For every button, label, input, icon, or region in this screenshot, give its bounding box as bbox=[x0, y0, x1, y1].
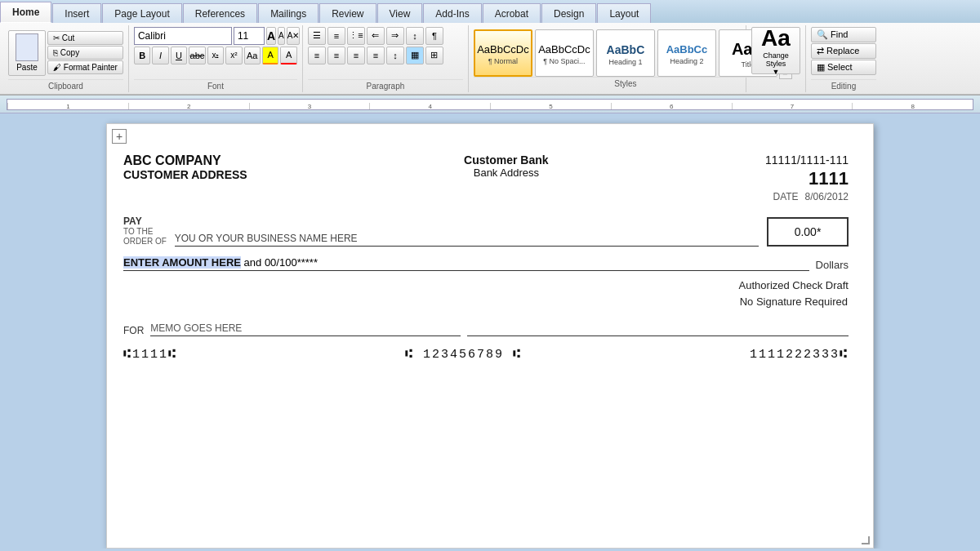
tab-review[interactable]: Review bbox=[319, 3, 376, 23]
style-heading2-preview: AaBbCc bbox=[665, 40, 710, 56]
amount-written: ENTER AMOUNT HERE and 00/100***** bbox=[123, 256, 809, 271]
document-area: + ABC COMPANY CUSTOMER ADDRESS Customer … bbox=[0, 113, 980, 549]
tab-references[interactable]: References bbox=[183, 3, 257, 23]
multilevel-button[interactable]: ⋮≡ bbox=[347, 27, 365, 45]
company-name: ABC COMPANY bbox=[123, 153, 247, 168]
para-row2: ≡ ≡ ≡ ≡ ↕ ▦ ⊞ bbox=[308, 47, 463, 64]
grow-font-button[interactable]: A bbox=[266, 27, 276, 45]
payee-line: YOU OR YOUR BUSINESS NAME HERE bbox=[175, 233, 759, 247]
tab-insert[interactable]: Insert bbox=[52, 3, 101, 23]
styles-row: AaBbCcDc ¶ Normal AaBbCcDc ¶ No Spaci...… bbox=[474, 29, 777, 77]
change-styles-icon: Aa bbox=[761, 25, 791, 51]
amount-highlight: ENTER AMOUNT HERE bbox=[123, 256, 241, 269]
change-styles-button[interactable]: Aa ChangeStyles ▼ bbox=[751, 27, 800, 74]
change-case-button[interactable]: Aa bbox=[244, 47, 261, 64]
tab-add-ins[interactable]: Add-Ins bbox=[423, 3, 481, 23]
align-left-button[interactable]: ≡ bbox=[308, 47, 326, 64]
tab-page-layout[interactable]: Page Layout bbox=[102, 3, 181, 23]
cut-button[interactable]: ✂ Cut bbox=[47, 31, 123, 45]
clipboard-small-buttons: ✂ Cut ⎘ Copy 🖌 Format Painter bbox=[47, 31, 123, 74]
clipboard-controls: Paste ✂ Cut ⎘ Copy 🖌 Format Painter bbox=[8, 27, 123, 79]
company-info: ABC COMPANY CUSTOMER ADDRESS bbox=[123, 153, 247, 181]
tab-layout[interactable]: Layout bbox=[597, 3, 651, 23]
ruler-mark: 3 bbox=[249, 103, 370, 109]
clear-format-button[interactable]: A✕ bbox=[287, 27, 301, 45]
paste-button[interactable]: Paste bbox=[8, 30, 46, 76]
shrink-font-button[interactable]: A bbox=[278, 27, 285, 45]
memo-line: MEMO GOES HERE bbox=[150, 322, 461, 336]
ruler-bar: 1 2 3 4 5 6 7 8 bbox=[7, 99, 973, 110]
ruler-mark: 8 bbox=[852, 103, 973, 109]
bullets-button[interactable]: ☰ bbox=[308, 27, 326, 45]
format-painter-button[interactable]: 🖌 Format Painter bbox=[47, 60, 123, 74]
amount-box: 0.00* bbox=[767, 217, 849, 247]
date-value: 8/06/2012 bbox=[805, 191, 849, 202]
editing-controls: 🔍 Find ⇄ Replace ▦ Select bbox=[811, 27, 876, 75]
tab-home[interactable]: Home bbox=[0, 2, 51, 23]
tab-view[interactable]: View bbox=[377, 3, 423, 23]
font-color-button[interactable]: A bbox=[280, 47, 296, 64]
show-formatting-button[interactable]: ¶ bbox=[425, 27, 443, 45]
style-nospacing-button[interactable]: AaBbCcDc ¶ No Spaci... bbox=[535, 29, 594, 77]
dollars-label: Dollars bbox=[816, 259, 849, 271]
justify-button[interactable]: ≡ bbox=[367, 47, 385, 64]
tab-mailings[interactable]: Mailings bbox=[258, 3, 318, 23]
style-normal-preview: AaBbCcDc bbox=[475, 40, 531, 56]
check-header: ABC COMPANY CUSTOMER ADDRESS Customer Ba… bbox=[123, 153, 849, 202]
font-controls: A A A✕ B I U abc x₂ x² Aa A A bbox=[134, 27, 297, 64]
subscript-button[interactable]: x₂ bbox=[207, 47, 224, 64]
ruler-mark: 6 bbox=[611, 103, 732, 109]
borders-button[interactable]: ⊞ bbox=[425, 47, 443, 64]
copy-button[interactable]: ⎘ Copy bbox=[47, 46, 123, 60]
italic-button[interactable]: I bbox=[152, 47, 168, 64]
underline-button[interactable]: U bbox=[171, 47, 187, 64]
style-heading1-button[interactable]: AaBbC Heading 1 bbox=[596, 29, 655, 77]
align-right-button[interactable]: ≡ bbox=[347, 47, 365, 64]
editing-label: Editing bbox=[811, 79, 876, 91]
tab-design[interactable]: Design bbox=[541, 3, 596, 23]
order-of-text: TO THEORDER OF bbox=[123, 227, 167, 247]
highlight-button[interactable]: A bbox=[262, 47, 278, 64]
paste-label: Paste bbox=[16, 63, 38, 72]
paragraph-label: Paragraph bbox=[308, 79, 463, 91]
find-button[interactable]: 🔍 Find bbox=[811, 27, 876, 42]
doc-handle[interactable]: + bbox=[112, 129, 127, 144]
shading-button[interactable]: ▦ bbox=[406, 47, 424, 64]
increase-indent-button[interactable]: ⇒ bbox=[386, 27, 404, 45]
authorized-line1: Authorized Check Draft bbox=[739, 278, 849, 294]
font-label: Font bbox=[134, 79, 297, 91]
decrease-indent-button[interactable]: ⇐ bbox=[367, 27, 385, 45]
font-size-input[interactable] bbox=[234, 27, 265, 45]
font-section: A A A✕ B I U abc x₂ x² Aa A A Font bbox=[129, 25, 303, 92]
ribbon: Home Insert Page Layout References Maili… bbox=[0, 0, 980, 96]
style-heading2-button[interactable]: AaBbCc Heading 2 bbox=[657, 29, 716, 77]
superscript-button[interactable]: x² bbox=[225, 47, 242, 64]
ruler-mark: 2 bbox=[128, 103, 249, 109]
change-styles-label: ChangeStyles bbox=[763, 51, 789, 68]
replace-button[interactable]: ⇄ Replace bbox=[811, 43, 876, 59]
authorized-text: Authorized Check Draft No Signature Requ… bbox=[739, 278, 849, 309]
micr-right: 1111222333⑆ bbox=[750, 348, 849, 362]
paragraph-controls: ☰ ≡ ⋮≡ ⇐ ⇒ ↕ ¶ ≡ ≡ ≡ ≡ ↕ ▦ ⊞ bbox=[308, 27, 463, 64]
amount-written-row: ENTER AMOUNT HERE and 00/100***** Dollar… bbox=[123, 256, 849, 271]
ribbon-body: Paste ✂ Cut ⎘ Copy 🖌 Format Painter Clip… bbox=[0, 23, 980, 95]
sort-button[interactable]: ↕ bbox=[406, 27, 424, 45]
check-number: 1111 bbox=[808, 168, 849, 189]
tab-bar: Home Insert Page Layout References Maili… bbox=[0, 0, 980, 23]
clipboard-section: Paste ✂ Cut ⎘ Copy 🖌 Format Painter Clip… bbox=[3, 25, 129, 92]
bank-address: Bank Address bbox=[464, 167, 548, 179]
numbering-button[interactable]: ≡ bbox=[327, 27, 345, 45]
select-button[interactable]: ▦ Select bbox=[811, 60, 876, 75]
tab-acrobat[interactable]: Acrobat bbox=[483, 3, 541, 23]
bold-button[interactable]: B bbox=[134, 47, 150, 64]
resize-handle[interactable] bbox=[862, 536, 870, 544]
font-name-input[interactable] bbox=[134, 27, 232, 45]
strikethrough-button[interactable]: abc bbox=[189, 47, 205, 64]
style-normal-button[interactable]: AaBbCcDc ¶ Normal bbox=[474, 29, 532, 77]
paste-icon bbox=[16, 33, 38, 61]
routing-check-area: 11111/1111-111 1111 DATE 8/06/2012 bbox=[765, 153, 849, 202]
line-spacing-button[interactable]: ↕ bbox=[386, 47, 404, 64]
font-row2: B I U abc x₂ x² Aa A A bbox=[134, 47, 297, 64]
style-nospacing-label: ¶ No Spaci... bbox=[543, 57, 585, 65]
align-center-button[interactable]: ≡ bbox=[327, 47, 345, 64]
